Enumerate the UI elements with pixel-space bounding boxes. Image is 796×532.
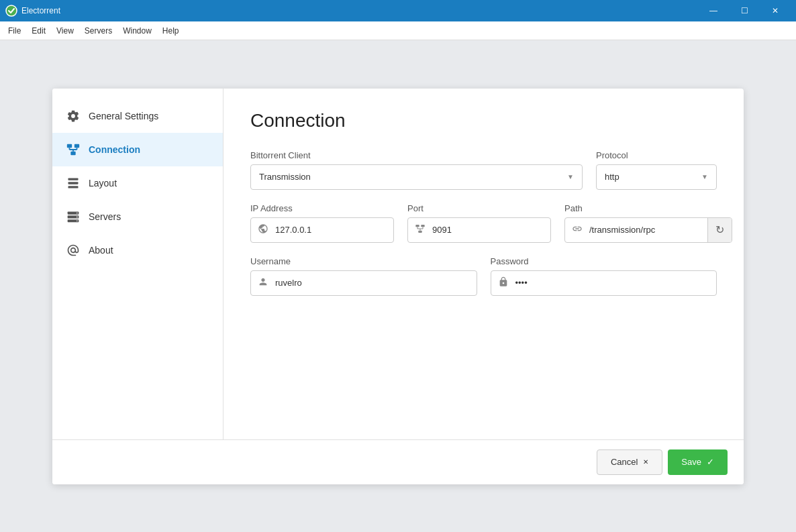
page-title: Connection <box>250 110 717 131</box>
cancel-x-icon: ✕ <box>643 458 648 466</box>
refresh-icon: ↻ <box>715 223 724 236</box>
sidebar-item-connection[interactable]: Connection <box>52 133 223 166</box>
servers-icon <box>66 209 81 224</box>
content-area: Connection Bittorrent Client Transmissio… <box>223 89 744 439</box>
svg-rect-10 <box>68 186 79 188</box>
ip-address-group: IP Address <box>250 203 394 243</box>
svg-point-15 <box>77 216 78 217</box>
settings-dialog: General Settings C <box>52 89 744 484</box>
bittorrent-client-select[interactable]: Transmission qBittorrent Deluge uTorrent… <box>250 164 583 190</box>
sidebar-item-label: Layout <box>89 178 117 189</box>
close-button[interactable]: ✕ <box>760 0 791 21</box>
svg-rect-2 <box>74 144 79 148</box>
bittorrent-client-label: Bittorrent Client <box>250 150 583 160</box>
password-label: Password <box>491 256 717 266</box>
port-input[interactable] <box>432 225 550 235</box>
address-row: IP Address Port <box>250 203 717 243</box>
sidebar-item-label: About <box>89 245 113 256</box>
menu-help[interactable]: Help <box>157 23 185 38</box>
svg-rect-17 <box>415 225 419 227</box>
menu-edit[interactable]: Edit <box>26 23 51 38</box>
save-check-icon: ✓ <box>707 457 714 467</box>
svg-rect-9 <box>68 182 79 184</box>
svg-point-0 <box>6 5 17 16</box>
bittorrent-client-dropdown[interactable]: Transmission qBittorrent Deluge uTorrent <box>259 172 563 182</box>
protocol-label: Protocol <box>596 150 717 160</box>
window-controls: — ☐ ✕ <box>698 0 791 21</box>
password-input[interactable] <box>515 278 717 288</box>
sidebar-item-servers[interactable]: Servers <box>52 200 223 233</box>
app-icon <box>5 5 17 17</box>
username-input-wrapper <box>250 270 477 296</box>
sidebar-item-general-settings[interactable]: General Settings <box>52 99 223 133</box>
sidebar: General Settings C <box>52 89 223 439</box>
menubar: File Edit View Servers Window Help <box>0 21 796 40</box>
username-group: Username <box>250 256 477 296</box>
connection-icon <box>66 142 81 157</box>
dialog-footer: Cancel ✕ Save ✓ <box>52 439 744 484</box>
link-icon <box>565 223 589 236</box>
globe-icon <box>251 223 275 236</box>
menu-view[interactable]: View <box>51 23 79 38</box>
svg-rect-19 <box>418 231 421 233</box>
credentials-row: Username Password <box>250 256 717 296</box>
path-label: Path <box>564 203 732 213</box>
maximize-button[interactable]: ☐ <box>729 0 760 21</box>
port-input-wrapper <box>407 217 551 243</box>
dropdown-arrow-icon: ▼ <box>567 173 574 180</box>
sidebar-item-label: General Settings <box>89 111 158 121</box>
sidebar-item-label: Connection <box>89 144 140 155</box>
minimize-button[interactable]: — <box>698 0 729 21</box>
username-label: Username <box>250 256 477 266</box>
dialog-body: General Settings C <box>52 89 744 439</box>
svg-rect-1 <box>67 144 72 148</box>
sidebar-item-about[interactable]: About <box>52 233 223 267</box>
path-input[interactable] <box>589 225 707 235</box>
save-label: Save <box>681 457 701 467</box>
protocol-dropdown-arrow-icon: ▼ <box>701 173 708 180</box>
client-protocol-row: Bittorrent Client Transmission qBittorre… <box>250 150 717 190</box>
svg-rect-8 <box>68 178 79 180</box>
refresh-path-button[interactable]: ↻ <box>707 218 732 242</box>
save-button[interactable]: Save ✓ <box>668 449 728 475</box>
sidebar-item-layout[interactable]: Layout <box>52 166 223 200</box>
user-icon <box>251 276 275 289</box>
menu-servers[interactable]: Servers <box>79 23 117 38</box>
app-title: Electorrent <box>21 6 698 15</box>
lock-icon <box>491 276 515 289</box>
bittorrent-client-group: Bittorrent Client Transmission qBittorre… <box>250 150 583 190</box>
ip-address-input-wrapper <box>250 217 394 243</box>
cancel-label: Cancel <box>611 457 638 467</box>
ip-address-input[interactable] <box>275 225 393 235</box>
password-group: Password <box>491 256 717 296</box>
protocol-group: Protocol http https ▼ <box>596 150 717 190</box>
path-input-wrapper: ↻ <box>564 217 732 243</box>
sidebar-item-label: Servers <box>89 211 121 222</box>
svg-point-16 <box>77 220 78 221</box>
svg-point-14 <box>77 212 78 213</box>
protocol-select[interactable]: http https ▼ <box>596 164 717 190</box>
svg-rect-18 <box>421 225 424 227</box>
layout-icon <box>66 176 81 191</box>
port-label: Port <box>407 203 551 213</box>
protocol-dropdown[interactable]: http https <box>605 172 697 182</box>
menu-window[interactable]: Window <box>117 23 157 38</box>
port-group: Port <box>407 203 551 243</box>
gear-icon <box>66 109 81 123</box>
path-group: Path ↻ <box>564 203 732 243</box>
username-input[interactable] <box>275 278 477 288</box>
cancel-button[interactable]: Cancel ✕ <box>597 449 662 475</box>
menu-file[interactable]: File <box>3 23 26 38</box>
ip-address-label: IP Address <box>250 203 394 213</box>
network-icon <box>408 223 432 236</box>
svg-rect-3 <box>70 151 75 155</box>
at-icon <box>66 243 81 258</box>
main-area: General Settings C <box>0 40 796 532</box>
password-input-wrapper <box>491 270 717 296</box>
titlebar: Electorrent — ☐ ✕ <box>0 0 796 21</box>
